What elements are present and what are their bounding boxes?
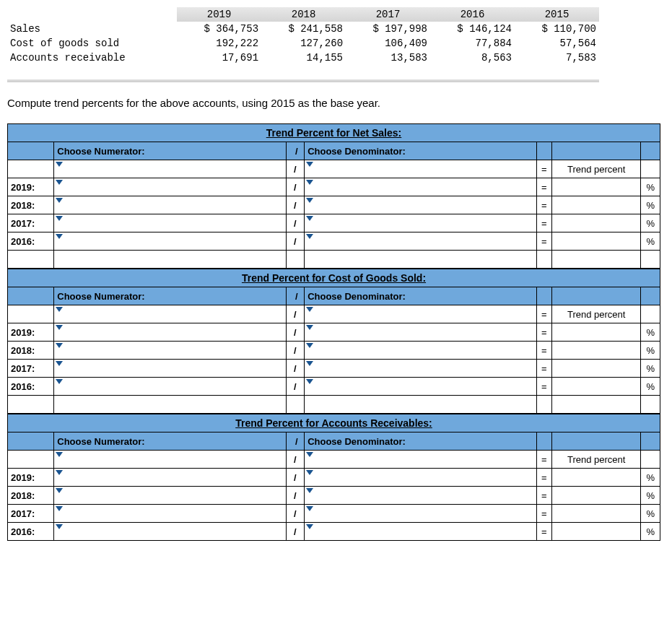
result-input[interactable]: [551, 469, 640, 487]
year-label: 2018:: [8, 342, 54, 360]
trend-section-table: Trend Percent for Cost of Goods Sold:Cho…: [7, 269, 660, 414]
chevron-down-icon: [56, 216, 63, 221]
chevron-down-icon: [56, 379, 63, 384]
numerator-input[interactable]: [54, 178, 286, 196]
choose-numerator-header: Choose Numerator:: [54, 432, 286, 451]
result-input[interactable]: [551, 232, 640, 251]
result-input[interactable]: [551, 523, 640, 541]
chevron-down-icon: [306, 488, 313, 493]
choose-denominator-header: Choose Denominator:: [305, 432, 536, 451]
result-input[interactable]: [551, 323, 640, 342]
chevron-down-icon: [56, 524, 63, 529]
table-row: Accounts receivable 17,691 14,155 13,583…: [7, 51, 599, 65]
chevron-down-icon: [56, 488, 63, 493]
section-title: Trend Percent for Net Sales:: [8, 124, 660, 142]
numerator-input[interactable]: [54, 523, 286, 541]
year-label: 2019:: [8, 323, 54, 342]
chevron-down-icon: [306, 343, 313, 348]
numerator-input[interactable]: [54, 342, 286, 360]
chevron-down-icon: [306, 379, 313, 384]
denominator-input[interactable]: [305, 360, 536, 378]
result-input[interactable]: [551, 178, 640, 196]
choose-denominator-header: Choose Denominator:: [305, 287, 536, 305]
trend-section-table: Trend Percent for Net Sales:Choose Numer…: [7, 123, 660, 269]
choose-numerator-header: Choose Numerator:: [54, 287, 286, 305]
numerator-input[interactable]: [54, 214, 286, 232]
chevron-down-icon: [56, 452, 63, 457]
chevron-down-icon: [56, 506, 63, 511]
chevron-down-icon: [306, 180, 313, 185]
numerator-input[interactable]: [54, 323, 286, 342]
result-input[interactable]: [551, 360, 640, 378]
denominator-dropdown[interactable]: [305, 451, 536, 469]
year-label: 2016:: [8, 232, 54, 251]
col-header: 2015: [515, 7, 599, 22]
chevron-down-icon: [306, 325, 313, 330]
table-row: Sales $ 364,753 $ 241,558 $ 197,998 $ 14…: [7, 22, 599, 36]
chevron-down-icon: [306, 524, 313, 529]
instruction-text: Compute trend percents for the above acc…: [7, 97, 665, 109]
year-label: 2018:: [8, 196, 54, 214]
chevron-down-icon: [56, 234, 63, 239]
col-header: 2016: [430, 7, 515, 22]
chevron-down-icon: [56, 325, 63, 330]
chevron-down-icon: [306, 361, 313, 366]
numerator-input[interactable]: [54, 232, 286, 251]
year-label: 2016:: [8, 523, 54, 541]
denominator-input[interactable]: [305, 178, 536, 196]
col-header: 2017: [346, 7, 430, 22]
year-label: 2017:: [8, 505, 54, 523]
denominator-dropdown[interactable]: [305, 160, 536, 178]
choose-denominator-header: Choose Denominator:: [305, 142, 536, 160]
denominator-input[interactable]: [305, 469, 536, 487]
denominator-input[interactable]: [305, 378, 536, 396]
chevron-down-icon: [56, 470, 63, 475]
numerator-input[interactable]: [54, 469, 286, 487]
denominator-input[interactable]: [305, 523, 536, 541]
year-label: 2019:: [8, 178, 54, 196]
numerator-dropdown[interactable]: [54, 305, 286, 323]
result-input[interactable]: [551, 378, 640, 396]
denominator-input[interactable]: [305, 232, 536, 251]
numerator-input[interactable]: [54, 487, 286, 505]
chevron-down-icon: [56, 307, 63, 312]
chevron-down-icon: [306, 307, 313, 312]
chevron-down-icon: [56, 180, 63, 185]
chevron-down-icon: [306, 452, 313, 457]
result-input[interactable]: [551, 505, 640, 523]
numerator-input[interactable]: [54, 378, 286, 396]
chevron-down-icon: [56, 162, 63, 167]
year-label: 2017:: [8, 214, 54, 232]
col-header: 2019: [177, 7, 261, 22]
trend-percent-label: Trend percent: [551, 160, 640, 178]
denominator-input[interactable]: [305, 487, 536, 505]
trend-percent-label: Trend percent: [551, 451, 640, 469]
col-header: 2018: [261, 7, 346, 22]
numerator-input[interactable]: [54, 196, 286, 214]
numerator-dropdown[interactable]: [54, 160, 286, 178]
trend-section-table: Trend Percent for Accounts Receivables:C…: [7, 414, 660, 541]
section-title: Trend Percent for Cost of Goods Sold:: [8, 269, 660, 287]
result-input[interactable]: [551, 214, 640, 232]
result-input[interactable]: [551, 196, 640, 214]
numerator-input[interactable]: [54, 505, 286, 523]
denominator-input[interactable]: [305, 342, 536, 360]
year-label: 2016:: [8, 378, 54, 396]
denominator-input[interactable]: [305, 214, 536, 232]
result-input[interactable]: [551, 487, 640, 505]
numerator-dropdown[interactable]: [54, 451, 286, 469]
denominator-input[interactable]: [305, 323, 536, 342]
chevron-down-icon: [56, 343, 63, 348]
chevron-down-icon: [306, 198, 313, 203]
denominator-input[interactable]: [305, 196, 536, 214]
chevron-down-icon: [306, 506, 313, 511]
numerator-input[interactable]: [54, 360, 286, 378]
result-input[interactable]: [551, 342, 640, 360]
denominator-input[interactable]: [305, 505, 536, 523]
chevron-down-icon: [56, 361, 63, 366]
denominator-dropdown[interactable]: [305, 305, 536, 323]
financial-data-table: 2019 2018 2017 2016 2015 Sales $ 364,753…: [7, 7, 599, 65]
chevron-down-icon: [306, 470, 313, 475]
year-label: 2018:: [8, 487, 54, 505]
trend-percent-label: Trend percent: [551, 305, 640, 323]
